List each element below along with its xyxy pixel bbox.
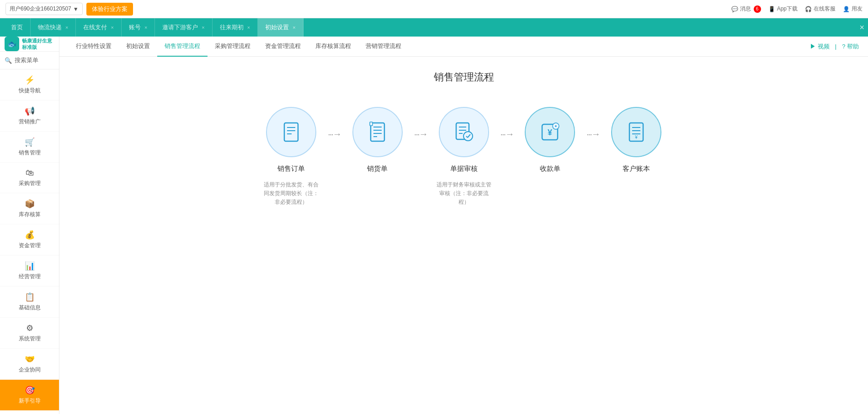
finance-icon: 💰 — [25, 230, 35, 240]
sidebar-item-finance[interactable]: 💰 资金管理 — [0, 224, 59, 255]
subtab-init[interactable]: 初始设置 — [119, 37, 157, 57]
sales-icon: 🛒 — [25, 137, 35, 147]
nav-tab-period[interactable]: 往来期初 × — [213, 18, 258, 37]
flow-label-ledger: 客户账本 — [623, 165, 650, 173]
user-selector[interactable]: 用户690企业1660120507 ▼ — [5, 3, 83, 15]
main-layout: 🐟 畅康通好生意 标准版 🔍 搜索菜单 ⚡ 快捷导航 📢 营销推广 🛒 销售管理… — [0, 37, 868, 414]
flow-arrow-3: ···→ — [501, 107, 514, 139]
sidebar-item-label: 采购管理 — [19, 180, 41, 187]
close-icon[interactable]: × — [144, 25, 147, 30]
sidebar: 🐟 畅康通好生意 标准版 🔍 搜索菜单 ⚡ 快捷导航 📢 营销推广 🛒 销售管理… — [0, 37, 59, 414]
user-name: 用友 — [852, 5, 863, 13]
subtab-purchase-flow-label: 采购管理流程 — [215, 42, 250, 50]
top-bar: 用户690企业1660120507 ▼ 体验行业方案 💬 消息 6 📱 App下… — [0, 0, 868, 18]
sidebar-item-label: 快捷导航 — [19, 87, 41, 95]
arrow-icon: ···→ — [501, 129, 514, 139]
message-label: 消息 — [740, 5, 751, 13]
subtab-inventory-flow-label: 库存核算流程 — [315, 42, 351, 50]
nav-tab-invite-label: 邀请下游客户 — [162, 23, 198, 32]
app-icon: 📱 — [768, 6, 775, 12]
nav-tab-invite[interactable]: 邀请下游客户 × — [155, 18, 212, 37]
help-divider: | — [835, 43, 836, 50]
svg-text:¥: ¥ — [634, 135, 638, 140]
nav-tab-home-label: 首页 — [11, 23, 23, 32]
sidebar-item-sales[interactable]: 🛒 销售管理 — [0, 132, 59, 163]
svg-text:¥: ¥ — [548, 128, 552, 137]
sidebar-item-label: 销售管理 — [19, 149, 41, 157]
sidebar-item-label: 企业协同 — [19, 366, 41, 374]
app-download-item[interactable]: 📱 App下载 — [768, 5, 798, 13]
service-icon: 🎧 — [805, 6, 812, 12]
arrow-icon: ···→ — [586, 129, 600, 139]
flow-label-audit: 单据审核 — [450, 165, 478, 173]
sidebar-item-label: 库存核算 — [19, 211, 41, 218]
svg-point-14 — [463, 132, 473, 141]
subtab-sales-flow[interactable]: 销售管理流程 — [157, 37, 208, 57]
service-item[interactable]: 🎧 在线客服 — [805, 5, 836, 13]
close-icon[interactable]: × — [202, 25, 204, 30]
sidebar-item-label: 经营管理 — [19, 273, 41, 281]
nav-tab-home[interactable]: 首页 — [4, 18, 31, 37]
sidebar-item-label: 新手引导 — [19, 397, 41, 405]
search-icon: 🔍 — [5, 57, 12, 64]
subtab-init-label: 初始设置 — [126, 42, 150, 50]
subtab-industry-label: 行业特性设置 — [76, 42, 112, 50]
sidebar-item-quicknav[interactable]: ⚡ 快捷导航 — [0, 69, 59, 101]
video-link[interactable]: ▶ 视频 — [810, 42, 830, 51]
flow-node-sales-order: 销售订单 适用于分批发货、有合同发货周期较长（注：非必要流程） — [255, 107, 328, 207]
subtab-inventory-flow[interactable]: 库存核算流程 — [308, 37, 358, 57]
flow-desc-sales-order: 适用于分批发货、有合同发货周期较长（注：非必要流程） — [261, 180, 321, 207]
subtab-finance-flow[interactable]: 资金管理流程 — [258, 37, 308, 57]
sidebar-item-basic[interactable]: 📋 基础信息 — [0, 287, 59, 318]
sidebar-search-label: 搜索菜单 — [15, 56, 38, 64]
sidebar-item-marketing[interactable]: 📢 营销推广 — [0, 101, 59, 132]
close-icon[interactable]: × — [293, 25, 295, 30]
top-bar-left: 用户690企业1660120507 ▼ 体验行业方案 — [5, 3, 133, 16]
sidebar-item-collab[interactable]: 🤝 企业协同 — [0, 349, 59, 380]
flow-content: 销售管理流程 销售订单 适用于分批发货、有合同发货周期较长（注：非必要流程） — [59, 57, 868, 414]
flow-arrow-2: ···→ — [414, 107, 427, 139]
nav-tab-payment[interactable]: 在线支付 × — [76, 18, 121, 37]
sidebar-item-purchase[interactable]: 🛍 采购管理 — [0, 163, 59, 193]
flow-circle-receipt: ¥ — [525, 107, 575, 157]
subtab-purchase-flow[interactable]: 采购管理流程 — [208, 37, 258, 57]
flow-label-invoice: 销货单 — [367, 165, 388, 173]
svg-rect-0 — [284, 123, 298, 141]
quicknav-icon: ⚡ — [25, 75, 35, 85]
sidebar-item-label: 资金管理 — [19, 242, 41, 249]
subtab-marketing-flow[interactable]: 营销管理流程 — [358, 37, 409, 57]
nav-tab-logistics-label: 物流快递 — [38, 23, 62, 32]
subtabs-right: ▶ 视频 | ? 帮助 — [810, 42, 859, 51]
experience-button[interactable]: 体验行业方案 — [86, 3, 133, 16]
operation-icon: 📊 — [25, 261, 35, 271]
video-label: 视频 — [818, 43, 830, 50]
arrow-icon: ···→ — [328, 129, 341, 139]
flow-label-sales-order: 销售订单 — [277, 165, 305, 173]
sidebar-search[interactable]: 🔍 搜索菜单 — [0, 52, 59, 69]
close-all-button[interactable]: × — [859, 23, 864, 32]
close-icon[interactable]: × — [111, 25, 113, 30]
sidebar-item-system[interactable]: ⚙ 系统管理 — [0, 318, 59, 349]
subtab-industry[interactable]: 行业特性设置 — [69, 37, 119, 57]
nav-tab-logistics[interactable]: 物流快递 × — [31, 18, 76, 37]
sidebar-item-label: 基础信息 — [19, 304, 41, 312]
dropdown-icon: ▼ — [73, 6, 79, 12]
nav-tab-account[interactable]: 账号 × — [122, 18, 155, 37]
sidebar-item-appcenter[interactable]: 🔷 应用中心 — [0, 411, 59, 414]
user-avatar[interactable]: 👤 用友 — [843, 5, 863, 13]
close-icon[interactable]: × — [247, 25, 250, 30]
sidebar-item-operation[interactable]: 📊 经营管理 — [0, 255, 59, 287]
nav-tab-init[interactable]: 初始设置 × — [258, 18, 303, 37]
flow-circle-audit — [439, 107, 489, 157]
logo-icon: 🐟 — [5, 37, 19, 51]
sidebar-item-guide[interactable]: 🎯 新手引导 — [0, 380, 59, 411]
inventory-icon: 📦 — [25, 199, 35, 209]
help-link[interactable]: ? 帮助 — [842, 42, 859, 51]
sidebar-item-inventory[interactable]: 📦 库存核算 — [0, 193, 59, 224]
message-item[interactable]: 💬 消息 6 — [731, 5, 761, 13]
close-icon[interactable]: × — [65, 25, 68, 30]
collab-icon: 🤝 — [25, 354, 35, 364]
video-icon: ▶ — [810, 43, 816, 50]
nav-tab-init-label: 初始设置 — [265, 23, 289, 32]
user-label: 用户690企业1660120507 — [10, 5, 71, 13]
